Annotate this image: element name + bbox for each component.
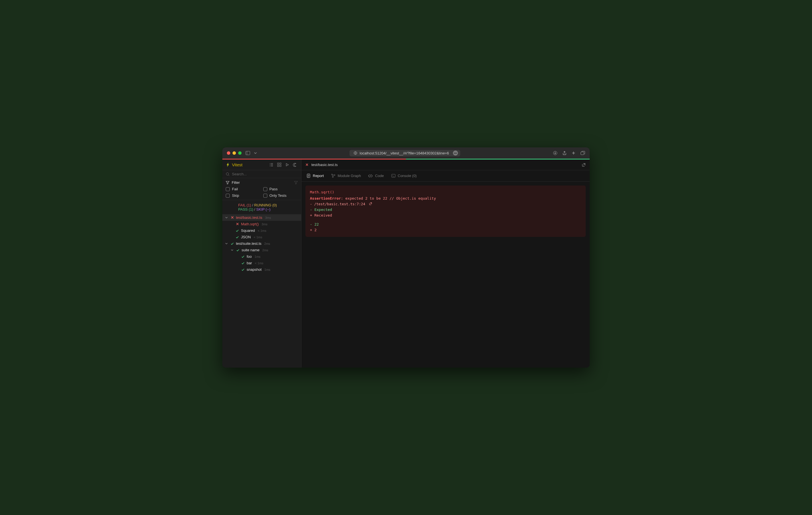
tree-label: test/basic.test.ts <box>236 215 262 220</box>
svg-rect-6 <box>280 163 281 164</box>
app-logo: Vitest <box>226 162 242 167</box>
error-message: AssertionError: expected 2 to be 22 // O… <box>310 196 581 201</box>
traffic-lights <box>227 151 241 155</box>
tree-row-t6[interactable]: snapshot1ms <box>222 266 301 273</box>
report-icon <box>307 174 311 178</box>
new-tab-icon[interactable] <box>572 151 576 155</box>
search-icon <box>226 172 230 176</box>
filter-panel: Filter Fail Pass Skip Only Tests <box>222 178 301 200</box>
svg-point-13 <box>332 177 334 178</box>
summary-pass: PASS (1) <box>238 207 253 211</box>
chevron-down-icon[interactable] <box>231 249 234 251</box>
file-header: ✕ test/basic.test.ts <box>301 159 590 170</box>
close-window-button[interactable] <box>227 151 230 155</box>
expected-value: - 22 <box>310 222 581 227</box>
chevron-down-icon[interactable] <box>225 242 229 245</box>
pass-icon <box>230 242 234 245</box>
svg-rect-0 <box>246 151 250 155</box>
progress-pass-segment <box>406 159 590 159</box>
svg-rect-14 <box>392 174 395 177</box>
chevron-down-icon[interactable] <box>254 152 257 154</box>
app-name: Vitest <box>232 162 242 167</box>
tab-module-graph[interactable]: Module Graph <box>331 174 361 178</box>
main-panel: ✕ test/basic.test.ts Report Mod <box>301 159 590 368</box>
maximize-window-button[interactable] <box>238 151 241 155</box>
tabs-overview-icon[interactable] <box>581 151 585 155</box>
tab-report[interactable]: Report <box>307 174 324 178</box>
url-field[interactable]: localhost:51204/__vitest__/#/?file=16484… <box>349 150 460 156</box>
svg-rect-7 <box>278 165 279 166</box>
tab-console[interactable]: Console (0) <box>391 174 417 178</box>
search-row <box>222 170 301 178</box>
svg-point-12 <box>334 175 335 176</box>
expected-label: - Expected <box>310 207 581 213</box>
test-tree: ✕test/basic.test.ts3ms✕Math.sqrt()3msSqu… <box>222 214 301 368</box>
tree-label: Squared <box>241 229 255 233</box>
duration-label: 3ms <box>265 216 271 219</box>
tree-row-s1[interactable]: suite name2ms <box>222 247 301 253</box>
duration-label: < 1ms <box>254 236 262 239</box>
pass-icon <box>241 268 245 271</box>
filter-clear-icon[interactable] <box>294 181 298 184</box>
tree-row-t2[interactable]: Squared< 1ms <box>222 227 301 234</box>
url-bar: localhost:51204/__vitest__/#/?file=16484… <box>261 150 549 156</box>
duration-label: 3ms <box>262 222 267 226</box>
filter-pass-checkbox[interactable]: Pass <box>263 187 298 191</box>
run-summary: FAIL (1) / RUNNING (0) PASS (1) / SKIP (… <box>222 200 301 214</box>
duration-label: 2ms <box>262 248 268 252</box>
sidebar-toggle-icon[interactable] <box>245 151 250 155</box>
filter-fail-checkbox[interactable]: Fail <box>226 187 261 191</box>
tree-row-f1[interactable]: ✕test/basic.test.ts3ms <box>222 214 301 221</box>
summary-fail: FAIL (1) <box>238 203 251 207</box>
tree-label: snapshot <box>246 267 262 272</box>
theme-toggle-icon[interactable] <box>292 163 298 167</box>
sidebar-header: Vitest <box>222 159 301 170</box>
dashboard-icon[interactable] <box>276 163 282 167</box>
downloads-icon[interactable] <box>553 151 557 155</box>
titlebar-right <box>553 151 585 155</box>
site-info-icon <box>353 151 357 155</box>
received-value: + 2 <box>310 227 581 233</box>
console-icon <box>391 174 396 178</box>
tree-row-t3[interactable]: JSON< 1ms <box>222 234 301 240</box>
tree-row-t1[interactable]: ✕Math.sqrt()3ms <box>222 221 301 227</box>
error-box: Math.sqrt() AssertionError: expected 2 t… <box>306 185 586 237</box>
tree-row-t5[interactable]: bar< 1ms <box>222 260 301 266</box>
site-settings-icon[interactable]: ••• <box>453 151 458 156</box>
pass-icon <box>241 255 245 259</box>
tree-label: Math.sqrt() <box>241 222 259 226</box>
search-input[interactable] <box>232 172 298 176</box>
tree-row-t4[interactable]: foo1ms <box>222 253 301 260</box>
svg-point-9 <box>226 173 229 175</box>
pass-icon <box>241 262 245 265</box>
fail-icon: ✕ <box>235 222 239 226</box>
fail-icon: ✕ <box>306 163 309 167</box>
run-all-icon[interactable] <box>284 163 290 166</box>
file-path: test/basic.test.ts <box>311 163 338 167</box>
main-tabs: Report Module Graph Code <box>301 170 590 182</box>
filter-skip-checkbox[interactable]: Skip <box>226 193 261 198</box>
url-text: localhost:51204/__vitest__/#/?file=16484… <box>360 151 449 155</box>
share-icon[interactable] <box>562 151 567 155</box>
tree-label: bar <box>246 261 252 265</box>
code-icon <box>368 174 373 178</box>
titlebar: localhost:51204/__vitest__/#/?file=16484… <box>222 147 590 159</box>
summary-running: RUNNING (0) <box>254 203 277 207</box>
fail-icon: ✕ <box>230 215 234 220</box>
tab-code[interactable]: Code <box>368 174 384 178</box>
summary-skip: SKIP (--) <box>256 207 270 211</box>
minimize-window-button[interactable] <box>233 151 236 155</box>
tree-row-f2[interactable]: test/suite.test.ts2ms <box>222 240 301 247</box>
received-label: + Received <box>310 213 581 218</box>
filter-only-checkbox[interactable]: Only Tests <box>263 193 298 198</box>
tree-label: suite name <box>241 248 260 252</box>
svg-rect-8 <box>280 165 281 166</box>
filter-icon <box>226 181 229 184</box>
open-location-icon[interactable] <box>369 202 372 206</box>
open-external-icon[interactable] <box>582 163 586 167</box>
tree-label: JSON <box>241 235 251 239</box>
svg-rect-4 <box>581 152 584 155</box>
graph-icon <box>331 174 336 178</box>
chevron-down-icon[interactable] <box>225 216 229 219</box>
list-view-icon[interactable] <box>268 163 274 167</box>
